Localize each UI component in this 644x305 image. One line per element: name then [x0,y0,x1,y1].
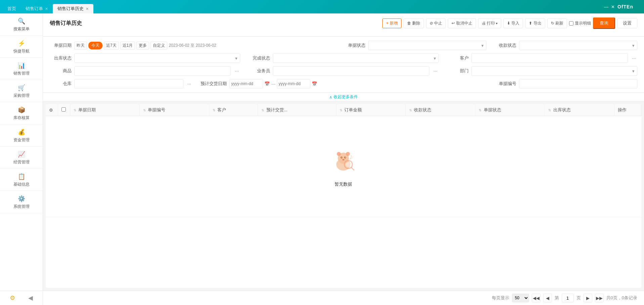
collapse-row[interactable]: ∧ 收起更多条件 [43,93,644,102]
date-more-btn[interactable]: 更多 [136,42,149,49]
total-label: 共0页，0条记录 [606,295,637,301]
date-separator: — [271,81,275,86]
filter-salesperson: 业务员 ··· [248,66,439,76]
date-7days-btn[interactable]: 近7天 [104,42,119,49]
sort-order-status-icon: ⇅ [479,108,481,112]
sidebar-collapse-icon[interactable]: ◀ [28,294,33,302]
delivery-date-to[interactable] [277,79,310,88]
empty-state: 暂无数据 [49,119,638,214]
sidebar-item-inventory-label: 库存核算 [13,115,30,121]
svg-point-7 [345,157,346,157]
th-order-no[interactable]: ⇅ 单据编号 [139,104,209,116]
th-order-status[interactable]: ⇅ 单据状态 [475,104,545,116]
add-button[interactable]: + 新增 [382,18,401,28]
order-no-label: 单据编号 [495,81,516,87]
sidebar-item-search-menu-label: 搜索菜单 [13,26,30,32]
empty-cell: 暂无数据 [46,116,641,217]
product-dots[interactable]: ··· [233,68,240,74]
window-minimize[interactable]: — [604,4,608,9]
sidebar-item-finance[interactable]: 💰 资金管理 [0,124,43,147]
first-page-button[interactable]: ◀◀ [532,294,541,302]
next-page-button[interactable]: ▶ [584,294,592,302]
tab-home[interactable]: 首页 [3,4,21,13]
date-yesterday-btn[interactable]: 昨天 [74,42,87,49]
delete-button[interactable]: 🗑 删除 [403,18,424,28]
query-button[interactable]: 查询 [593,17,615,29]
th-delivery-date[interactable]: ⇅ 预计交货... [258,104,336,116]
product-input[interactable] [74,66,231,76]
gear-icon[interactable]: ⚙ [49,108,53,113]
sidebar-item-quick-nav[interactable]: ⚡ 快捷导航 [0,36,43,58]
th-date[interactable]: ⇅ 单据日期 [70,104,139,116]
page-size-select[interactable]: 50 10 20 100 [512,294,529,302]
filter-complete-status: 完成状态 ▾ [248,53,439,63]
import-button[interactable]: ⬇ 导入 [503,18,523,28]
th-customer[interactable]: ⇅ 客户 [209,104,258,116]
sort-payment-icon: ⇅ [409,108,412,112]
page-label: 页 [576,295,581,301]
sidebar-item-inventory[interactable]: 📦 库存核算 [0,102,43,124]
display-detail-checkbox[interactable] [569,21,573,26]
print-dropdown-icon[interactable]: ▾ [496,22,498,25]
sidebar-bottom: ⚙ ◀ [0,291,43,305]
warehouse-dots[interactable]: ··· [186,81,193,86]
customer-input[interactable] [471,53,628,63]
cancel-stop-button[interactable]: ↩ 取消中止 [448,18,476,28]
finance-icon: 💰 [18,128,25,136]
tab-sales-order[interactable]: 销售订单 ✕ [21,4,53,13]
print-button[interactable]: 🖨 打印 ▾ [478,18,501,28]
date-quick-buttons: 昨天 今天 近7天 近1月 更多 自定义 [74,42,167,49]
tab-sales-order-history-close[interactable]: ✕ [86,7,89,11]
tab-sales-order-close[interactable]: ✕ [45,7,48,11]
pagination-bar: 每页显示 50 10 20 100 ◀◀ ◀ 第 页 ▶ ▶▶ 共0页，0条记录 [43,291,644,305]
sidebar-item-search-menu[interactable]: 🔍 搜索菜单 [0,13,43,36]
refresh-button[interactable]: ↻ 刷新 [547,18,567,28]
basic-info-icon: 📋 [18,173,25,180]
export-button[interactable]: ⬆ 导出 [525,18,545,28]
payment-status-select[interactable] [519,41,637,50]
last-page-button[interactable]: ▶▶ [595,294,604,302]
department-label: 部门 [447,68,469,74]
sidebar-item-finance-label: 资金管理 [13,137,30,143]
date-label: 单据日期 [50,42,72,48]
setting-button[interactable]: 设置 [617,18,637,28]
sidebar-item-business[interactable]: 📈 经营管理 [0,147,43,169]
order-status-select[interactable] [368,41,486,50]
salesperson-input[interactable] [273,66,429,76]
th-amount[interactable]: ⇅ 订单金额 [336,104,405,116]
window-close[interactable]: ✕ [611,4,615,9]
page-number-input[interactable] [562,294,574,302]
date-30days-btn[interactable]: 近1月 [120,42,135,49]
sidebar-settings-icon[interactable]: ⚙ [10,294,15,302]
filter-order-status: 单据状态 ▾ [344,41,486,50]
out-status-select[interactable] [74,53,240,63]
department-select[interactable] [471,66,637,76]
select-all-checkbox[interactable] [61,107,66,112]
table-header-row: ⚙ ⇅ 单据日期 ⇅ 单据编号 [46,104,641,116]
filter-row-4: 仓库 ··· 预计交货日期 📅 — 📅 单据编号 [50,79,637,88]
sort-customer-icon: ⇅ [213,108,215,112]
date-today-btn[interactable]: 今天 [88,42,102,49]
stop-button[interactable]: ⊘ 中止 [426,18,446,28]
th-out-status-label: 出库状态 [553,107,571,112]
order-no-input[interactable] [519,79,637,88]
th-out-status[interactable]: ⇅ 出库状态 [545,104,614,116]
warehouse-input[interactable] [74,79,183,88]
customer-dots[interactable]: ··· [631,55,637,61]
complete-status-select[interactable] [273,53,439,63]
delivery-date-from[interactable] [229,79,263,88]
date-group: 昨天 今天 近7天 近1月 更多 自定义 2023-06-02 至 2023-0… [74,42,336,49]
th-payment-status[interactable]: ⇅ 收款状态 [405,104,475,116]
prev-page-button[interactable]: ◀ [543,294,552,302]
sidebar-item-sales-mgmt[interactable]: 📊 销售管理 [0,58,43,80]
salesperson-dots[interactable]: ··· [432,68,439,74]
sidebar: 🔍 搜索菜单 ⚡ 快捷导航 📊 销售管理 🛒 采购管理 📦 库存核算 💰 资金管… [0,13,43,305]
sidebar-item-sys-mgmt[interactable]: ⚙️ 系统管理 [0,191,43,213]
th-gear[interactable]: ⚙ [46,104,58,116]
sidebar-item-purchase-mgmt[interactable]: 🛒 采购管理 [0,80,43,102]
sidebar-item-basic-info[interactable]: 📋 基础信息 [0,169,43,191]
tab-sales-order-history[interactable]: 销售订单历史 ✕ [53,4,93,13]
filter-date: 单据日期 昨天 今天 近7天 近1月 更多 自定义 2023-06-02 至 2… [50,42,336,49]
th-ops: 操作 [614,104,641,116]
date-custom-btn[interactable]: 自定义 [151,42,167,49]
